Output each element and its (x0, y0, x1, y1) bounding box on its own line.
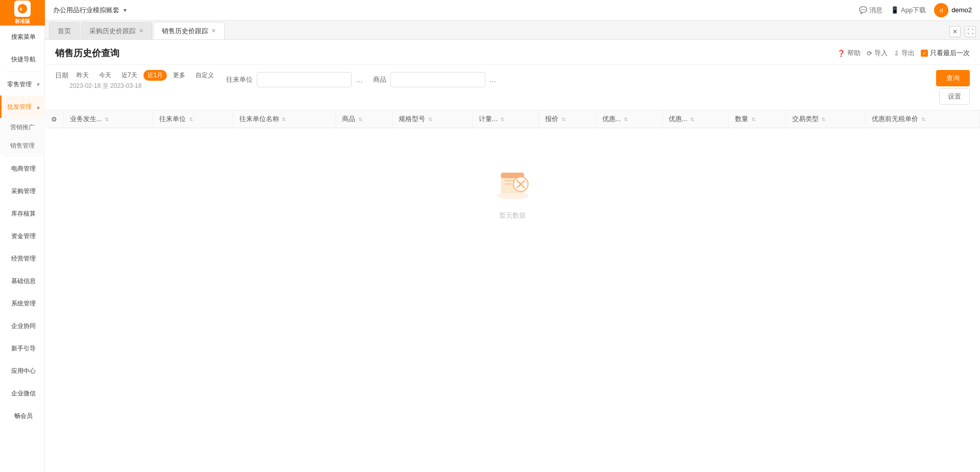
avatar: d (934, 3, 948, 17)
filter-bar: 日期 昨天 今天 近7天 近1月 更多 自定义 2023-02-18 至 202… (45, 65, 980, 110)
sort-icon: ⇅ (690, 116, 694, 122)
tabs-bar: 首页 采购历史价跟踪 ✕ 销售历史价跟踪 ✕ ✕ ⛶ (45, 20, 980, 40)
close-icon[interactable]: ✕ (139, 28, 143, 34)
settings-button[interactable]: 设置 (939, 88, 970, 105)
date-btn-1month[interactable]: 近1月 (143, 70, 167, 81)
export-icon: ⇩ (894, 50, 899, 57)
table-col-discount2[interactable]: 优惠... ⇅ (662, 110, 728, 128)
date-btn-today[interactable]: 今天 (95, 70, 115, 81)
sidebar-item-inventory[interactable]: 库存核算 (0, 202, 45, 225)
close-tab-button[interactable]: ✕ (949, 26, 961, 37)
app-logo[interactable]: 6 标准版 (0, 0, 45, 26)
sidebar-item-corp[interactable]: 企业协同 (0, 315, 45, 337)
date-btn-yesterday[interactable]: 昨天 (72, 70, 93, 81)
message-button[interactable]: 💬 消息 (859, 6, 883, 15)
topbar-right: 💬 消息 📱 App下载 d demo2 (859, 3, 972, 17)
sort-icon: ⇅ (624, 116, 628, 122)
table-col-settings[interactable]: ⚙ (45, 110, 64, 128)
sidebar-item-retail[interactable]: 零售管理 ▼ (0, 73, 45, 96)
table-col-unit[interactable]: 计量... ⇅ (472, 110, 538, 128)
sidebar-item-operations[interactable]: 经营管理 (0, 247, 45, 270)
sidebar-item-finance[interactable]: 资金管理 (0, 225, 45, 247)
svg-text:6: 6 (20, 7, 22, 12)
message-label: 消息 (869, 6, 883, 15)
col-label: 往来单位 (159, 115, 186, 123)
table-col-discount1[interactable]: 优惠... ⇅ (596, 110, 662, 128)
query-button[interactable]: 查询 (936, 70, 970, 86)
svg-rect-9 (505, 183, 512, 185)
table-col-qty[interactable]: 数量 ⇅ (729, 110, 786, 128)
user-menu[interactable]: d demo2 (934, 3, 972, 17)
sidebar-item-search[interactable]: 搜索菜单 (0, 26, 45, 48)
col-label: 数量 (735, 115, 748, 123)
import-button[interactable]: ⟳ 导入 (867, 49, 888, 58)
sidebar-item-label: 快捷导航 (11, 55, 36, 64)
partner-dots-icon[interactable]: ... (356, 75, 362, 84)
sidebar-item-basic-info[interactable]: 基础信息 (0, 270, 45, 292)
table-col-pretax-price[interactable]: 优惠前无税单价 ⇅ (866, 110, 980, 128)
sidebar-item-guide[interactable]: 新手引导 (0, 337, 45, 360)
tab-label: 采购历史价跟踪 (89, 27, 136, 36)
tabs-actions: ✕ ⛶ (949, 26, 980, 39)
topbar-dropdown-icon[interactable]: ▾ (124, 7, 127, 14)
table-col-partner-name[interactable]: 往来单位名称 ⇅ (233, 110, 335, 128)
product-filter-group: 商品 ... (373, 72, 498, 87)
sidebar-sub-item-marketing[interactable]: 营销推广 (0, 118, 45, 136)
sidebar-item-label: 企业协同 (11, 322, 36, 331)
last-only-checkbox[interactable]: 只看最后一次 (921, 49, 970, 58)
page-actions: ❓ 帮助 ⟳ 导入 ⇩ 导出 只看最后一次 (837, 49, 970, 58)
col-label: 往来单位名称 (239, 115, 279, 123)
sidebar-item-label: 电商管理 (11, 164, 36, 173)
sort-icon: ⇅ (105, 116, 109, 122)
filter-main-row: 日期 昨天 今天 近7天 近1月 更多 自定义 2023-02-18 至 202… (55, 70, 970, 105)
sidebar-sub-item-sales[interactable]: 销售管理 (0, 136, 45, 155)
partner-input[interactable] (257, 72, 352, 87)
close-icon[interactable]: ✕ (211, 28, 216, 34)
tab-home[interactable]: 首页 (49, 22, 80, 39)
sidebar-item-app-center[interactable]: 应用中心 (0, 360, 45, 382)
topbar-left: 办公用品行业模拟账套 ▾ (53, 6, 127, 15)
table-col-product[interactable]: 商品 ⇅ (335, 110, 393, 128)
sidebar-item-quick-nav[interactable]: 快捷导航 (0, 48, 45, 70)
main-area: 办公用品行业模拟账套 ▾ 💬 消息 📱 App下载 d demo2 首页 (45, 0, 980, 472)
sidebar-item-member[interactable]: 畅会员 (0, 405, 45, 427)
tab-label: 首页 (58, 27, 71, 36)
topbar: 办公用品行业模拟账套 ▾ 💬 消息 📱 App下载 d demo2 (45, 0, 980, 20)
date-btn-custom[interactable]: 自定义 (191, 70, 218, 81)
col-label: 优惠... (669, 115, 688, 123)
app-download-button[interactable]: 📱 App下载 (891, 6, 926, 15)
product-input[interactable] (390, 72, 485, 87)
table-col-partner-code[interactable]: 往来单位 ⇅ (153, 110, 233, 128)
sort-icon: ⇅ (282, 116, 286, 122)
help-icon: ❓ (837, 50, 845, 57)
sort-icon: ⇅ (921, 116, 925, 122)
date-btn-7days[interactable]: 近7天 (117, 70, 141, 81)
table-col-spec[interactable]: 规格型号 ⇅ (393, 110, 472, 128)
sidebar-item-corp-wechat[interactable]: 企业微信 (0, 382, 45, 405)
table-col-quote[interactable]: 报价 ⇅ (539, 110, 596, 128)
sidebar-item-label: 搜索菜单 (11, 33, 36, 41)
sidebar-item-label: 零售管理 (7, 80, 32, 89)
partner-label: 往来单位 (226, 75, 253, 84)
sidebar-item-label: 营销推广 (10, 123, 35, 132)
table-col-biz-date[interactable]: 业务发生... ⇅ (64, 110, 153, 128)
sidebar-item-ecom[interactable]: 电商管理 (0, 157, 45, 180)
sidebar-item-purchase[interactable]: 采购管理 (0, 180, 45, 202)
tab-purchase[interactable]: 采购历史价跟踪 ✕ (81, 22, 152, 39)
sort-icon: ⇅ (500, 116, 504, 122)
sidebar-item-wholesale[interactable]: 批发管理 ▲ (0, 96, 45, 118)
logo-text: 标准版 (15, 18, 30, 25)
chevron-up-icon: ▲ (36, 104, 41, 110)
tab-sales[interactable]: 销售历史价跟踪 ✕ (153, 22, 225, 39)
help-button[interactable]: ❓ 帮助 (837, 49, 861, 58)
col-label: 规格型号 (399, 115, 425, 123)
maximize-tab-button[interactable]: ⛶ (965, 26, 976, 37)
date-btn-more[interactable]: 更多 (169, 70, 189, 81)
export-button[interactable]: ⇩ 导出 (894, 49, 915, 58)
sidebar-item-label: 畅会员 (14, 412, 33, 420)
sort-icon: ⇅ (751, 116, 755, 122)
table-col-trade-type[interactable]: 交易类型 ⇅ (786, 110, 865, 128)
sidebar-item-system[interactable]: 系统管理 (0, 292, 45, 315)
col-label: 优惠... (602, 115, 621, 123)
product-dots-icon[interactable]: ... (489, 75, 496, 84)
